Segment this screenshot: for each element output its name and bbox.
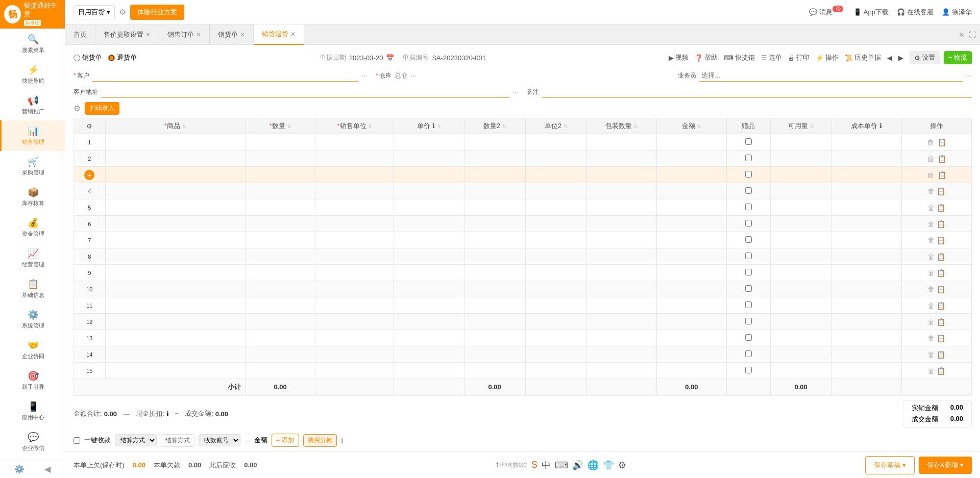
- row-unit-price-new[interactable]: [394, 167, 464, 183]
- row-sales-unit-new[interactable]: [315, 167, 394, 183]
- maximize-icon[interactable]: ⛶: [969, 31, 976, 39]
- row-sales-unit-1[interactable]: [315, 134, 394, 150]
- sidebar-item-operations[interactable]: 📈 经营管理: [0, 243, 65, 273]
- row-unit2-2[interactable]: [525, 150, 586, 167]
- customer-select-icon[interactable]: ···: [361, 71, 368, 80]
- tab-close-sales-order[interactable]: ✕: [196, 31, 201, 38]
- tab-close-sales-return[interactable]: ✕: [290, 31, 296, 38]
- scan-input-btn[interactable]: 扫码录入: [85, 102, 119, 115]
- delete-row-1-icon[interactable]: 🗑: [927, 138, 934, 146]
- row-quantity2-2[interactable]: [464, 150, 525, 167]
- row-pack-qty-2[interactable]: [586, 150, 656, 167]
- address-input[interactable]: [101, 86, 509, 98]
- copy-icon[interactable]: 📋: [937, 204, 945, 212]
- delete-row-2-icon[interactable]: 🗑: [927, 155, 934, 163]
- tab-sales-order[interactable]: 销售订单 ✕: [159, 24, 210, 45]
- copy-row-new-icon[interactable]: 📋: [938, 171, 946, 179]
- customer-input[interactable]: [92, 69, 359, 82]
- operation-btn[interactable]: ⚡ 操作: [816, 53, 839, 62]
- row-product-2[interactable]: [105, 150, 245, 167]
- tool2-icon[interactable]: ⌨: [555, 460, 568, 471]
- sidebar-item-system[interactable]: ⚙️ 系统管理: [0, 304, 65, 335]
- row-available-2[interactable]: [770, 150, 831, 167]
- collapse-icon[interactable]: ◀: [44, 464, 51, 474]
- topbar-gear-icon[interactable]: ⚙: [119, 7, 126, 17]
- staff-select-icon[interactable]: ···: [966, 71, 972, 80]
- col-available-sort[interactable]: ⇅: [810, 123, 814, 129]
- copy-icon[interactable]: 📋: [937, 220, 945, 228]
- delete-icon[interactable]: 🗑: [927, 318, 935, 326]
- col-quantity-sort[interactable]: ⇅: [287, 123, 291, 129]
- account-dots[interactable]: ···: [244, 437, 250, 444]
- settlement-method-select[interactable]: 结算方式: [115, 434, 157, 446]
- row-gift-1[interactable]: [726, 134, 770, 150]
- tool3-icon[interactable]: 🔊: [572, 460, 583, 471]
- col-unit-price-sort[interactable]: ⇅: [437, 123, 441, 129]
- delete-icon[interactable]: 🗑: [927, 220, 935, 228]
- copy-row-2-icon[interactable]: 📋: [938, 155, 946, 163]
- tab-close-price-setting[interactable]: ✕: [145, 31, 151, 38]
- delete-icon[interactable]: 🗑: [927, 285, 935, 293]
- copy-icon[interactable]: 📋: [937, 285, 945, 293]
- tool1-icon[interactable]: 中: [542, 459, 551, 471]
- sidebar-item-finance[interactable]: 💰 资金管理: [0, 212, 65, 243]
- industry-selector[interactable]: 日用百货 ▾: [74, 5, 115, 19]
- delete-icon[interactable]: 🗑: [927, 236, 935, 244]
- shortcut-btn[interactable]: ⌨ 快捷键: [724, 53, 755, 62]
- select-order-btn[interactable]: ☰ 选单: [761, 53, 782, 62]
- row-unit2-1[interactable]: [525, 134, 586, 150]
- row-sales-unit-2[interactable]: [315, 150, 394, 167]
- row-quantity2-new[interactable]: [464, 167, 525, 183]
- account-select[interactable]: 收款账号: [199, 434, 240, 446]
- message-btn[interactable]: 💬 消息 70: [809, 8, 845, 17]
- copy-icon[interactable]: 📋: [937, 301, 945, 310]
- sidebar-item-wechat[interactable]: 💬 企业微信: [0, 426, 65, 457]
- row-amount-2[interactable]: [656, 150, 726, 167]
- warehouse-select-icon[interactable]: ···: [411, 71, 417, 80]
- sidebar-item-search[interactable]: 🔍 搜索菜单: [0, 29, 65, 59]
- tab-home[interactable]: 首页: [65, 24, 95, 45]
- row-product-1[interactable]: [105, 134, 245, 150]
- user-menu[interactable]: 👤 徐泽华: [942, 8, 972, 17]
- staff-input[interactable]: [699, 69, 963, 82]
- row-quantity-1[interactable]: [246, 134, 315, 150]
- row-unit2-new[interactable]: [525, 167, 586, 183]
- row-quantity2-1[interactable]: [464, 134, 525, 150]
- tool4-icon[interactable]: 🌐: [587, 460, 599, 471]
- delete-icon[interactable]: 🗑: [927, 204, 935, 212]
- tab-price-setting[interactable]: 售价提取设置 ✕: [95, 24, 159, 45]
- add-payment-btn[interactable]: + 添加: [272, 434, 300, 447]
- one-click-payment-checkbox[interactable]: [74, 437, 80, 444]
- sidebar-item-purchase[interactable]: 🛒 采购管理: [0, 151, 65, 182]
- copy-icon[interactable]: 📋: [937, 350, 945, 359]
- history-btn[interactable]: 📜 历史单据: [845, 53, 881, 62]
- sidebar-item-shortcut[interactable]: ⚡ 快捷导航: [0, 59, 65, 90]
- settings-bottom-icon[interactable]: ⚙️: [14, 464, 24, 474]
- row-unit-price-2[interactable]: [394, 150, 464, 167]
- tab-sales-return[interactable]: 销货退货 ✕: [254, 24, 304, 45]
- col-amount-sort[interactable]: ⇅: [697, 123, 701, 129]
- copy-row-1-icon[interactable]: 📋: [938, 138, 946, 146]
- row-quantity-new[interactable]: [246, 167, 315, 183]
- radio-delivery[interactable]: 销货单: [74, 53, 102, 62]
- close-tab-icon[interactable]: ✕: [959, 31, 965, 39]
- expense-split-btn[interactable]: 费用分摊: [303, 434, 337, 447]
- row-available-1[interactable]: [770, 134, 831, 150]
- delete-icon[interactable]: 🗑: [927, 187, 935, 195]
- col-quantity2-sort[interactable]: ⇅: [502, 123, 506, 129]
- table-settings-icon[interactable]: ⚙: [74, 104, 81, 113]
- new-product-input[interactable]: [108, 171, 243, 179]
- calendar-icon[interactable]: 📅: [386, 54, 394, 62]
- row-pack-qty-new[interactable]: [586, 167, 656, 183]
- add-row-btn[interactable]: +: [84, 170, 94, 180]
- col-product-sort[interactable]: ⇅: [182, 123, 186, 129]
- tool6-icon[interactable]: ⚙: [618, 460, 626, 471]
- delete-icon[interactable]: 🗑: [927, 334, 935, 342]
- calc-method-btn[interactable]: 结算方式: [161, 434, 194, 447]
- copy-icon[interactable]: 📋: [937, 367, 945, 375]
- row-amount-new[interactable]: [656, 167, 726, 183]
- row-gift-2[interactable]: [726, 150, 770, 167]
- logistics-btn[interactable]: + 物流: [944, 51, 972, 64]
- col-sales-unit-sort[interactable]: ⇅: [368, 123, 372, 129]
- prev-record-btn[interactable]: ◀: [887, 54, 892, 62]
